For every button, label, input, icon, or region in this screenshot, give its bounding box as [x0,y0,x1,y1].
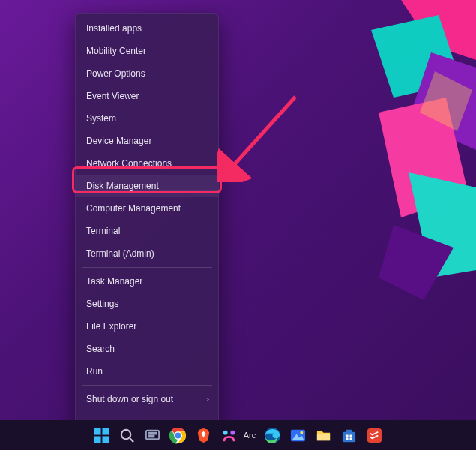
menu-item-network-connections[interactable]: Network Connections [76,152,218,175]
svg-line-13 [130,438,133,442]
svg-marker-5 [379,225,454,300]
menu-item-terminal-admin[interactable]: Terminal (Admin) [76,242,218,265]
svg-rect-16 [148,435,154,436]
menu-item-label: Shut down or sign out [86,394,173,404]
menu-item-system[interactable]: System [76,107,218,130]
svg-marker-0 [401,0,476,60]
menu-item-label: Terminal (Admin) [86,248,154,259]
svg-rect-33 [367,428,382,442]
svg-rect-26 [317,434,330,440]
chevron-right-icon: › [206,394,209,404]
svg-rect-8 [94,428,101,434]
arc-icon[interactable] [220,427,238,444]
svg-rect-28 [346,429,352,432]
svg-point-21 [230,430,235,434]
menu-item-label: Network Connections [86,158,172,169]
svg-rect-15 [148,432,156,434]
menu-item-label: Computer Management [86,203,181,214]
menu-item-disk-management[interactable]: Disk Management [76,175,218,197]
start-icon[interactable] [93,427,110,444]
menu-item-shutdown[interactable]: Shut down or sign out › [76,388,218,410]
svg-rect-31 [346,437,349,440]
svg-point-25 [301,430,304,434]
photos-icon[interactable] [289,427,307,444]
search-icon[interactable] [118,427,136,444]
menu-item-label: Mobility Center [86,46,146,56]
file-explorer-icon[interactable] [315,427,332,444]
svg-rect-10 [94,436,101,442]
desktop-background: Installed apps Mobility Center Power Opt… [0,0,476,450]
menu-separator [82,385,212,386]
menu-item-label: Run [86,366,103,376]
svg-point-12 [121,429,130,438]
menu-item-settings[interactable]: Settings [76,292,218,315]
svg-rect-27 [343,431,355,441]
svg-rect-32 [350,437,352,440]
menu-item-mobility-center[interactable]: Mobility Center [76,40,218,62]
menu-separator [82,267,212,268]
menu-item-terminal[interactable]: Terminal [76,220,218,242]
menu-item-label: Terminal [86,226,120,236]
svg-line-7 [228,97,295,172]
menu-item-run[interactable]: Run [76,360,218,382]
menu-separator [82,412,212,413]
menu-item-label: Task Manager [86,276,142,286]
menu-item-power-options[interactable]: Power Options [76,62,218,85]
svg-marker-1 [371,15,461,98]
svg-rect-30 [350,434,352,436]
menu-item-file-explorer[interactable]: File Explorer [76,315,218,338]
menu-item-label: Search [86,344,115,354]
taskbar: Arc [0,420,476,450]
menu-item-computer-management[interactable]: Computer Management [76,197,218,220]
svg-rect-11 [102,436,109,442]
menu-item-label: Power Options [86,68,145,79]
menu-item-task-manager[interactable]: Task Manager [76,270,218,292]
svg-marker-6 [420,71,472,131]
annotation-arrow [217,92,300,182]
svg-rect-29 [346,434,349,436]
winx-menu: Installed apps Mobility Center Power Opt… [75,14,219,442]
menu-item-label: File Explorer [86,321,136,332]
menu-item-label: System [86,113,116,124]
microsoft-store-icon[interactable] [340,427,358,444]
menu-item-label: Settings [86,298,118,309]
chrome-icon[interactable] [169,427,187,444]
edge-icon[interactable] [264,427,281,444]
svg-point-20 [223,430,228,434]
menu-item-label: Disk Management [86,181,159,191]
wallpaper-art [281,0,476,315]
menu-item-device-manager[interactable]: Device Manager [76,130,218,152]
svg-point-19 [175,432,181,438]
menu-item-label: Event Viewer [86,91,139,101]
svg-marker-3 [379,98,469,218]
menu-item-installed-apps[interactable]: Installed apps [76,17,218,40]
task-view-icon[interactable] [144,427,161,444]
svg-marker-2 [409,52,476,150]
svg-marker-4 [409,172,476,278]
svg-rect-9 [102,428,109,434]
menu-item-label: Device Manager [86,136,151,146]
menu-item-search[interactable]: Search [76,338,218,360]
menu-item-event-viewer[interactable]: Event Viewer [76,85,218,107]
brave-icon[interactable] [195,427,212,444]
todoist-icon[interactable] [366,427,383,444]
arc-label: Arc [244,430,256,440]
menu-item-label: Installed apps [86,23,142,34]
